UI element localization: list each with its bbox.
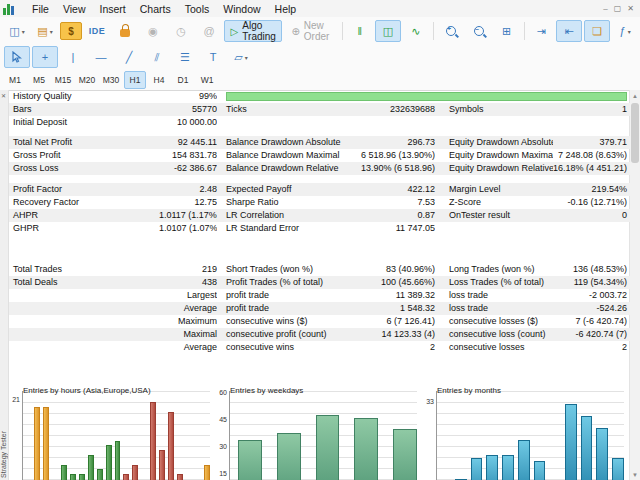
close-button[interactable]: ✕ [627, 4, 634, 13]
restore-button[interactable]: ▢ [614, 4, 622, 13]
timeframe-bar: M1M5M15M20M30H1H4D1W1 [0, 69, 640, 91]
timeframe-h1[interactable]: H1 [124, 71, 146, 89]
chart-bar [150, 402, 156, 480]
report-value: -0.16 (12.71%) [553, 196, 630, 209]
report-label: consecutive wins [217, 341, 347, 354]
chart-bar [70, 474, 76, 480]
y-axis-tick: 33 [423, 398, 434, 405]
chevron-down-icon: ▾ [22, 28, 25, 35]
menu-item-view[interactable]: View [56, 2, 93, 16]
scroll-down-icon[interactable]: ▼ [630, 469, 640, 480]
line-chart-button[interactable]: ∿ [403, 20, 429, 42]
report-value: 219 [159, 263, 217, 276]
scroll-thumb[interactable] [631, 103, 639, 163]
fibonacci-tool[interactable]: ☰ [172, 46, 198, 68]
text-tool[interactable]: T [200, 46, 226, 68]
panel-close-icon[interactable]: ✕ [1, 92, 6, 99]
report-label: Equity Drawdown Maximal [435, 149, 553, 162]
table-row: AHPR1.0117 (1.17%)LR Correlation0.87OnTe… [9, 209, 630, 222]
timeframe-m30[interactable]: M30 [100, 71, 122, 89]
crosshair-tool[interactable]: + [32, 46, 58, 68]
menu-item-insert[interactable]: Insert [93, 2, 133, 16]
chart-bar [177, 474, 183, 480]
layers-button[interactable]: ❏ [584, 20, 610, 42]
mail-button[interactable]: @ [196, 20, 222, 42]
toolbar-separator [342, 22, 343, 40]
new-order-button[interactable]: ⊕New Order [284, 20, 338, 42]
report-label: Balance Drawdown Maximal [217, 149, 347, 162]
vertical-line-tool-icon: | [72, 51, 75, 63]
table-row: Averageconsecutive wins2consecutive loss… [9, 341, 630, 354]
algo-trading-button[interactable]: ▷Algo Trading [224, 20, 282, 42]
report-label: profit trade [217, 289, 347, 302]
chart-bar [61, 465, 67, 480]
report-label: Margin Level [435, 183, 553, 196]
lock-button[interactable] [112, 20, 138, 42]
menu-item-help[interactable]: Help [268, 2, 304, 16]
timeframe-m20[interactable]: M20 [76, 71, 98, 89]
channel-tool[interactable]: ⫽ [144, 46, 170, 68]
menu-item-tools[interactable]: Tools [178, 2, 217, 16]
chart-3: Entries by months33 [423, 385, 630, 480]
shapes-tool[interactable]: ▱▾ [228, 46, 254, 68]
window-controls: – ▢ ✕ [603, 4, 640, 13]
timeframe-w1[interactable]: W1 [196, 71, 218, 89]
horizontal-line-tool[interactable]: — [88, 46, 114, 68]
auto-scroll-button[interactable]: ⇤ [556, 20, 582, 42]
algo-trading-button-icon: ▷ [231, 26, 239, 37]
new-chart-button[interactable]: ◫▾ [4, 20, 30, 42]
trendline-tool[interactable]: ╱ [116, 46, 142, 68]
report-label: loss trade [435, 289, 553, 302]
alerts-button-icon: ◷ [176, 25, 186, 38]
timeframe-m15[interactable]: M15 [52, 71, 74, 89]
tick-chart-button[interactable]: ‖ [347, 20, 373, 42]
menu-item-charts[interactable]: Charts [133, 2, 178, 16]
depth-of-market-button[interactable]: ◉ [140, 20, 166, 42]
chart-bar [518, 440, 530, 480]
report-label: profit trade [217, 302, 347, 315]
chart-bar [106, 445, 112, 480]
chart-bar [123, 474, 129, 480]
y-axis-tick: 60 [216, 389, 227, 396]
timeframe-m1[interactable]: M1 [4, 71, 26, 89]
indicators-button-icon: ƒ [620, 25, 626, 37]
strategy-tester-tab[interactable]: Strategy Tester [0, 431, 8, 478]
metaeditor-button[interactable]: IDE [84, 20, 110, 42]
vertical-scrollbar[interactable]: ▲ ▼ [629, 90, 640, 480]
history-quality-bar [217, 90, 630, 103]
report-value: -524.26 [553, 302, 630, 315]
candlestick-chart-button[interactable]: ◫ [375, 20, 401, 42]
report-label: Total Deals [9, 276, 159, 289]
zoom-out-button[interactable]: – [466, 20, 492, 42]
report-label: Recovery Factor [9, 196, 159, 209]
report-value: Maximum [159, 315, 217, 328]
chart-title: Entries by hours (Asia,Europe,USA) [23, 386, 151, 395]
toolbar-separator [524, 22, 525, 40]
vertical-line-tool[interactable]: | [60, 46, 86, 68]
symbols-button[interactable]: $ [60, 22, 82, 40]
report-label: LR Standard Error [217, 222, 347, 235]
profiles-button[interactable]: ▤▾ [32, 20, 58, 42]
report-label: Symbols [435, 103, 553, 116]
horizontal-line-tool-icon: — [96, 51, 107, 63]
grid-button[interactable]: ⊞ [494, 20, 520, 42]
menu-item-window[interactable]: Window [216, 2, 267, 16]
cursor-tool[interactable] [4, 46, 30, 68]
timeframe-h4[interactable]: H4 [148, 71, 170, 89]
report-value: 119 (54.34%) [553, 276, 630, 289]
table-row: Bars55770Ticks232639688Symbols1 [9, 103, 630, 116]
shift-chart-button[interactable]: ⇥ [528, 20, 554, 42]
report-label: loss trade [435, 302, 553, 315]
report-group: Profit Factor2.48Expected Payoff422.12Ma… [9, 183, 630, 235]
candlestick-chart-button-icon: ◫ [383, 25, 393, 38]
chart-bar [43, 407, 49, 480]
timeframe-d1[interactable]: D1 [172, 71, 194, 89]
report-value: 13.90% (6 518.96) [347, 162, 435, 175]
zoom-in-button[interactable]: + [438, 20, 464, 42]
timeframe-m5[interactable]: M5 [28, 71, 50, 89]
minimize-button[interactable]: – [603, 4, 607, 13]
menu-item-file[interactable]: File [25, 2, 56, 16]
scroll-up-icon[interactable]: ▲ [630, 90, 640, 101]
alerts-button[interactable]: ◷ [168, 20, 194, 42]
indicators-button[interactable]: ƒ▾ [612, 20, 638, 42]
